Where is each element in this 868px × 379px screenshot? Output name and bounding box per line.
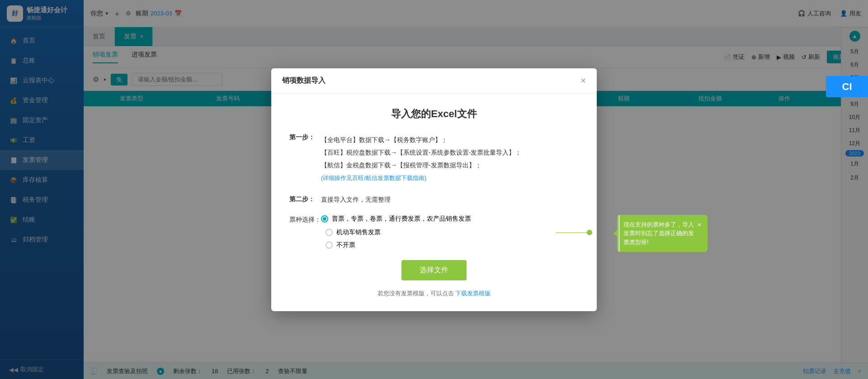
ticket-label: 票种选择： bbox=[289, 216, 321, 224]
download-hint-text: 若您没有发票模版，可以点击 bbox=[377, 290, 454, 297]
ticket-option-normal[interactable]: 普票，专票，卷票，通行费发票，农产品销售发票 bbox=[332, 215, 471, 223]
step2-section: 第二步： 直接导入文件，无需整理 bbox=[289, 193, 579, 206]
tooltip-bar bbox=[618, 215, 620, 252]
step1-guide-link[interactable]: (详细操作见百旺/航信发票数据下载指南) bbox=[321, 175, 426, 181]
ticket-section: 票种选择： 普票，专票，卷票，通行费发票，农产品销售发票 机动车销售发票 bbox=[289, 215, 579, 249]
step1-line-3: 【航信】金税盘数据下载→【报税管理-发票数据导出】； bbox=[321, 159, 521, 171]
select-file-button[interactable]: 选择文件 bbox=[401, 260, 467, 280]
modal-title: 销项数据导入 bbox=[282, 76, 326, 85]
modal-overlay: 销项数据导入 × 导入您的Excel文件 第一步： 【全电平台】数据下载→【税务… bbox=[0, 0, 868, 379]
step1-line-2: 【百旺】税控盘数据下载→【系统设置-系统参数设置-发票批量导入】； bbox=[321, 146, 521, 159]
modal-main-title: 导入您的Excel文件 bbox=[289, 107, 579, 121]
import-modal: 销项数据导入 × 导入您的Excel文件 第一步： 【全电平台】数据下载→【税务… bbox=[271, 68, 597, 311]
tooltip-bubble: × 现在支持的票种多了，导入发票时别忘了选择正确的发票类型呀! bbox=[617, 215, 708, 252]
tooltip-text: 现在支持的票种多了，导入发票时别忘了选择正确的发票类型呀! bbox=[623, 221, 694, 246]
step1-section: 第一步： 【全电平台】数据下载→【税务数字账户】； 【百旺】税控盘数据下载→【系… bbox=[289, 133, 579, 184]
step2-label: 第二步： bbox=[289, 195, 321, 204]
modal-header: 销项数据导入 × bbox=[271, 68, 597, 94]
step1-line-1: 【全电平台】数据下载→【税务数字账户】； bbox=[321, 133, 521, 146]
modal-close-button[interactable]: × bbox=[580, 76, 586, 86]
download-hint: 若您没有发票模版，可以点击 下载发票模版 bbox=[289, 289, 579, 298]
radio-normal-circle bbox=[321, 215, 328, 223]
step2-content: 直接导入文件，无需整理 bbox=[321, 193, 391, 206]
radio-noinvoice-circle[interactable] bbox=[326, 242, 333, 249]
step1-label: 第一步： bbox=[289, 133, 321, 142]
radio-normal-dot bbox=[323, 217, 326, 221]
ci-badge: CI bbox=[826, 76, 868, 97]
modal-body: 导入您的Excel文件 第一步： 【全电平台】数据下载→【税务数字账户】； 【百… bbox=[271, 94, 597, 311]
tooltip-close-button[interactable]: × bbox=[698, 220, 701, 230]
ticket-option-noinvoice[interactable]: 不开票 bbox=[336, 241, 355, 249]
ticket-option-motor[interactable]: 机动车销售发票 bbox=[336, 228, 381, 237]
download-template-link[interactable]: 下载发票模版 bbox=[455, 290, 491, 297]
connector-line bbox=[556, 232, 592, 233]
radio-motor-circle[interactable] bbox=[326, 229, 333, 236]
step1-content: 【全电平台】数据下载→【税务数字账户】； 【百旺】税控盘数据下载→【系统设置-系… bbox=[321, 133, 521, 184]
